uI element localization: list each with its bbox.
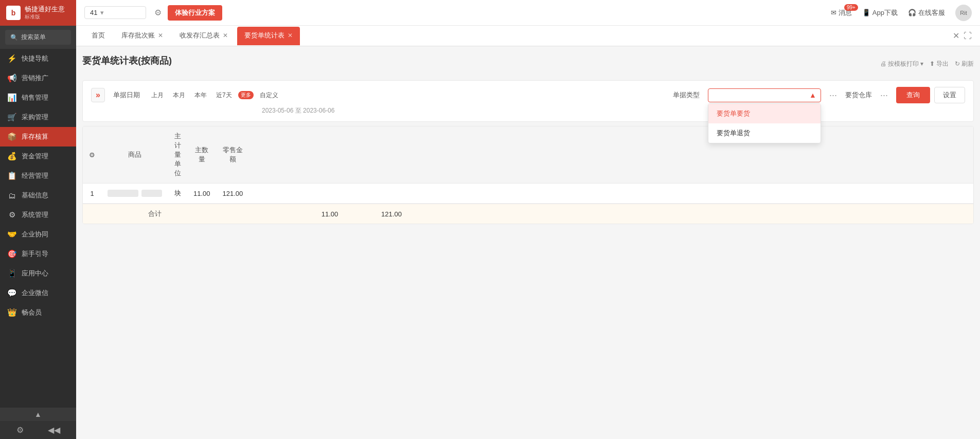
td-amount: 121.00 — [217, 184, 250, 204]
filter-toggle-button[interactable]: » — [91, 88, 105, 102]
app-subtitle: 标准版 — [25, 13, 65, 21]
collapse-sidebar-button[interactable]: ◀◀ — [48, 425, 60, 435]
more-date-badge[interactable]: 更多 — [238, 91, 254, 99]
search-menu-button[interactable]: 🔍 搜索菜单 — [5, 30, 71, 45]
total-row: 合计 11.00 121.00 — [83, 204, 973, 224]
message-icon: ✉ — [831, 9, 836, 16]
custom-date-button[interactable]: 自定义 — [257, 90, 281, 101]
quicknav-icon: ⚡ — [7, 54, 16, 63]
tab-requisition[interactable]: 要货单统计表 ✕ — [237, 27, 300, 45]
th-qty: 主数量 — [187, 126, 217, 184]
td-unit: 块 — [168, 184, 187, 204]
product-name-placeholder — [108, 190, 138, 197]
th-settings: ⚙ — [83, 126, 101, 184]
type-dropdown-menu: 要货单要货 要货单退货 — [708, 103, 821, 143]
maximize-tab-button[interactable]: ⛶ — [964, 31, 972, 41]
week-button[interactable]: 近7天 — [213, 90, 235, 101]
settings-footer-button[interactable]: ⚙ — [16, 425, 24, 435]
warehouse-more-button[interactable]: ··· — [880, 90, 888, 101]
dropdown-item-order[interactable]: 要货单要货 — [708, 104, 821, 123]
tabs-bar: 首页 库存批次账 ✕ 收发存汇总表 ✕ 要货单统计表 ✕ ✕ ⛶ — [76, 26, 980, 46]
wechat-icon: 💬 — [7, 288, 16, 298]
more-filters-button[interactable]: ··· — [829, 90, 837, 101]
user-avatar[interactable]: Rit — [955, 5, 972, 21]
promo-button[interactable]: 体验行业方案 — [168, 5, 222, 21]
system-icon: ⚙ — [7, 210, 16, 220]
member-icon: 👑 — [7, 308, 16, 317]
date-range-display: 2023-05-06 至 2023-06-06 — [262, 106, 334, 115]
topbar-right: ✉ 消息 99+ 📱 App下载 🎧 在线客服 Rit — [831, 5, 972, 21]
tab-close-batch[interactable]: ✕ — [158, 32, 163, 39]
settings-button[interactable]: 设置 — [934, 87, 965, 103]
table-settings-icon[interactable]: ⚙ — [89, 151, 95, 159]
td-product — [101, 184, 168, 204]
curr-year-button[interactable]: 本年 — [191, 90, 210, 101]
sidebar-item-inventory[interactable]: 📦 库存核算 — [0, 127, 76, 147]
enterprise-icon: 🤝 — [7, 230, 16, 239]
sidebar-item-finance[interactable]: 💰 资金管理 — [0, 147, 76, 166]
sidebar-item-purchase[interactable]: 🛒 采购管理 — [0, 107, 76, 127]
print-icon: 🖨 — [880, 60, 886, 67]
sidebar-item-wechat[interactable]: 💬 企业微信 — [0, 283, 76, 303]
tab-summary[interactable]: 收发存汇总表 ✕ — [172, 27, 235, 45]
close-tab-button[interactable]: ✕ — [953, 31, 959, 41]
sidebar-scroll-up[interactable]: ▲ — [0, 408, 76, 421]
service-icon: 🎧 — [908, 9, 916, 16]
td-seq: 1 — [83, 184, 101, 204]
type-input-wrap: ▲ — [708, 88, 821, 102]
refresh-button[interactable]: ↻ 刷新 — [955, 60, 974, 68]
type-dropdown-container: ▲ 要货单要货 要货单退货 — [708, 88, 821, 102]
export-icon: ⬆ — [930, 60, 935, 67]
sidebar-item-member[interactable]: 👑 畅会员 — [0, 303, 76, 322]
refresh-icon: ↻ — [955, 60, 960, 67]
export-button[interactable]: ⬆ 导出 — [930, 60, 949, 68]
page-title: 要货单统计表(按商品) — [82, 52, 172, 69]
app-download-button[interactable]: 📱 App下载 — [862, 8, 898, 17]
sidebar-header: b 畅捷通好生意 标准版 — [0, 0, 76, 26]
print-template-button[interactable]: 🖨 按模板打印 ▾ — [880, 60, 923, 68]
store-selector[interactable]: 41 ▾ — [84, 6, 146, 19]
table-row: 1 块 11.00 121.00 — [83, 184, 973, 204]
appcenter-icon: 📱 — [7, 269, 16, 278]
phone-icon: 📱 — [862, 9, 870, 16]
messages-button[interactable]: ✉ 消息 99+ — [831, 8, 852, 17]
type-filter-label: 单据类型 — [673, 90, 700, 100]
th-amount: 零售金额 — [217, 126, 250, 184]
tab-close-summary[interactable]: ✕ — [223, 32, 228, 39]
sidebar-item-system[interactable]: ⚙ 系统管理 — [0, 205, 76, 225]
tab-home[interactable]: 首页 — [84, 27, 112, 45]
sidebar-item-quicknav[interactable]: ⚡ 快捷导航 — [0, 49, 76, 68]
filter-panel: » 单据日期 上月 本月 本年 近7天 更多 自定义 单据类型 ▲ — [82, 80, 974, 122]
prev-month-button[interactable]: 上月 — [148, 90, 167, 101]
tab-close-requisition[interactable]: ✕ — [288, 32, 293, 39]
tab-batch[interactable]: 库存批次账 ✕ — [114, 27, 170, 45]
sidebar-item-newbie[interactable]: 🎯 新手引导 — [0, 244, 76, 264]
service-label: 在线客服 — [918, 8, 945, 17]
sidebar: b 畅捷通好生意 标准版 🔍 搜索菜单 ⚡ 快捷导航 📢 营销推广 📊 销售管理… — [0, 0, 76, 439]
table-header-row: ⚙ 商品 主计量单位 主数量 零售金额 — [83, 126, 973, 184]
sidebar-item-appcenter[interactable]: 📱 应用中心 — [0, 264, 76, 283]
total-label: 合计 — [103, 209, 206, 218]
query-button[interactable]: 查询 — [896, 87, 930, 103]
topbar: 41 ▾ ⚙ 体验行业方案 ✉ 消息 99+ 📱 App下载 🎧 在线客服 Ri… — [76, 0, 980, 26]
sidebar-item-operation[interactable]: 📋 经营管理 — [0, 166, 76, 186]
search-icon: 🔍 — [10, 34, 18, 41]
type-search-input[interactable] — [708, 89, 805, 102]
purchase-icon: 🛒 — [7, 113, 16, 122]
td-qty: 11.00 — [187, 184, 217, 204]
filter-row-date-range: 2023-05-06 至 2023-06-06 — [91, 105, 965, 115]
sidebar-nav: ⚡ 快捷导航 📢 营销推广 📊 销售管理 🛒 采购管理 📦 库存核算 💰 资金管… — [0, 49, 76, 408]
type-dropdown-arrow[interactable]: ▲ — [805, 91, 821, 99]
sidebar-item-basic[interactable]: 🗂 基础信息 — [0, 186, 76, 205]
sidebar-item-enterprise[interactable]: 🤝 企业协同 — [0, 225, 76, 244]
sidebar-item-marketing[interactable]: 📢 营销推广 — [0, 68, 76, 88]
dropdown-item-return[interactable]: 要货单退货 — [708, 123, 821, 143]
marketing-icon: 📢 — [7, 74, 16, 83]
filter-row-main: » 单据日期 上月 本月 本年 近7天 更多 自定义 单据类型 ▲ — [91, 87, 965, 103]
total-qty: 11.00 — [299, 210, 361, 218]
sidebar-item-sales[interactable]: 📊 销售管理 — [0, 88, 76, 107]
curr-month-button[interactable]: 本月 — [170, 90, 188, 101]
topbar-gear-icon[interactable]: ⚙ — [154, 8, 162, 17]
store-name: 41 — [90, 9, 97, 16]
online-service-button[interactable]: 🎧 在线客服 — [908, 8, 945, 17]
